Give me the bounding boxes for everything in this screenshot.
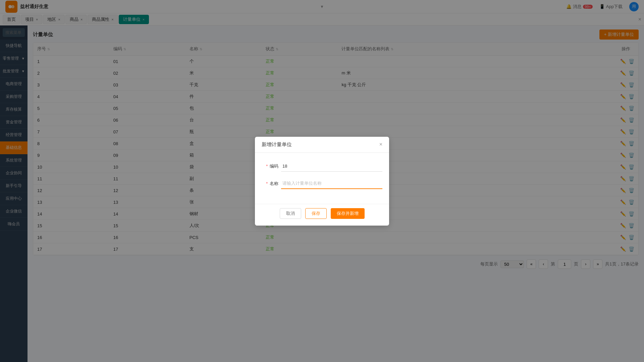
required-mark-code: * <box>266 164 268 169</box>
code-label: * 编码 <box>262 163 278 169</box>
name-label: * 名称 <box>262 181 278 187</box>
modal-body: * 编码 * 名称 <box>255 153 389 204</box>
cancel-button[interactable]: 取消 <box>280 208 301 219</box>
save-and-new-button[interactable]: 保存并新增 <box>331 208 365 219</box>
code-input[interactable] <box>281 161 382 172</box>
modal-close-btn[interactable]: × <box>379 141 382 147</box>
add-unit-modal: 新增计量单位 × * 编码 * 名称 取消 保存 保存并新增 <box>255 137 389 226</box>
save-button[interactable]: 保存 <box>305 208 327 219</box>
required-mark-name: * <box>266 181 268 186</box>
modal-footer: 取消 保存 保存并新增 <box>255 204 389 226</box>
name-input[interactable] <box>281 178 382 189</box>
form-row-code: * 编码 <box>262 161 382 172</box>
modal-title: 新增计量单位 <box>262 141 292 148</box>
form-row-name: * 名称 <box>262 178 382 189</box>
modal-overlay: 新增计量单位 × * 编码 * 名称 取消 保存 保存并新增 <box>0 0 644 362</box>
modal-header: 新增计量单位 × <box>255 137 389 153</box>
